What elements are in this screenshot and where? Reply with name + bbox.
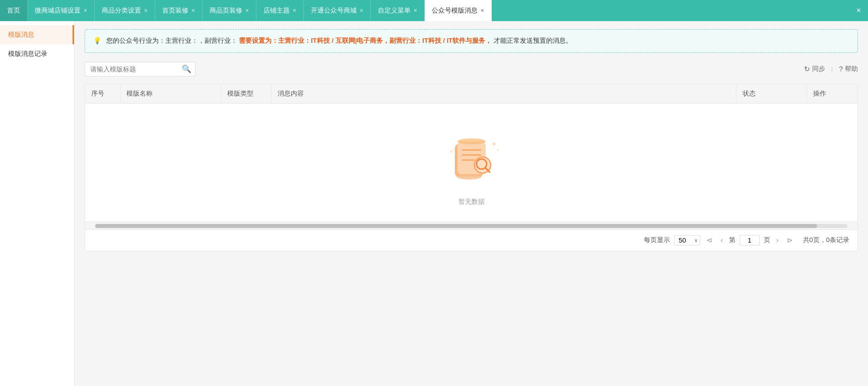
col-header-seq: 序号	[85, 84, 120, 103]
tab-home[interactable]: 首页	[0, 0, 28, 21]
notice-text-prefix: 您的公众号行业为：主营行业：，副营行业：	[106, 37, 237, 44]
page-size-label: 每页显示	[644, 236, 670, 245]
col-header-type: 模版类型	[221, 84, 272, 103]
search-button[interactable]: 🔍	[182, 64, 191, 73]
divider: |	[831, 65, 833, 73]
col-header-status: 状态	[737, 84, 807, 103]
tab-open-mall-close[interactable]: ×	[360, 8, 363, 14]
sidebar-item-template-msg-log[interactable]: 模版消息记录	[0, 44, 74, 63]
tab-category-setting[interactable]: 商品分类设置 ×	[95, 0, 155, 21]
scrollbar-thumb[interactable]	[95, 224, 817, 228]
col-header-name: 模版名称	[120, 84, 221, 103]
help-label: 帮助	[845, 64, 858, 73]
search-input[interactable]	[85, 62, 195, 76]
sidebar-item-template-msg[interactable]: 模版消息	[0, 25, 74, 44]
tab-product-decor[interactable]: 商品页装修 ×	[203, 0, 256, 21]
page-next-button[interactable]: ›	[774, 235, 781, 245]
svg-point-11	[450, 150, 452, 152]
page-number-input[interactable]	[740, 235, 760, 246]
sidebar-item-template-msg-log-label: 模版消息记录	[8, 50, 47, 57]
tab-product-decor-label: 商品页装修	[210, 6, 242, 15]
tab-open-mall-label: 开通公众号商城	[311, 6, 357, 15]
page-prev-button[interactable]: ‹	[718, 235, 725, 245]
scrollbar-track	[95, 224, 847, 228]
tab-store-setting[interactable]: 微商城店铺设置 ×	[28, 0, 95, 21]
sync-button[interactable]: ↻ 同步	[804, 64, 825, 73]
help-button[interactable]: ? 帮助	[839, 64, 858, 73]
search-bar: 🔍 ↻ 同步 | ? 帮助	[85, 62, 858, 76]
svg-point-9	[493, 142, 496, 145]
tab-store-theme[interactable]: 店铺主题 ×	[256, 0, 304, 21]
notice-icon: 💡	[93, 37, 101, 44]
sync-label: 同步	[812, 64, 825, 73]
tab-home-decor[interactable]: 首页装修 ×	[155, 0, 203, 21]
global-close-button[interactable]: ×	[849, 0, 868, 21]
page-size-select[interactable]: 50 10 20 100	[674, 235, 700, 246]
search-left: 🔍	[85, 62, 195, 76]
page-total-info: 共0页，0条记录	[803, 236, 849, 245]
tab-category-setting-close[interactable]: ×	[144, 8, 148, 14]
pagination: 每页显示 50 10 20 100 ⊲ ‹ 第 页 › ⊳ 共0页，0条记录	[85, 229, 857, 251]
notice-box: 💡 您的公众号行业为：主营行业：，副营行业： 需要设置为：主营行业：IT科技 /…	[85, 29, 858, 53]
svg-point-10	[497, 149, 499, 151]
tab-store-theme-label: 店铺主题	[263, 6, 290, 15]
tab-store-setting-label: 微商城店铺设置	[35, 6, 81, 15]
help-icon: ?	[839, 65, 843, 73]
content-area: 💡 您的公众号行业为：主营行业：，副营行业： 需要设置为：主营行业：IT科技 /…	[75, 21, 868, 386]
search-right: ↻ 同步 | ? 帮助	[804, 64, 858, 73]
tab-home-decor-close[interactable]: ×	[191, 8, 195, 14]
notice-text-highlight: 需要设置为：主营行业：IT科技 / 互联网|电子商务，副营行业：IT科技 / I…	[239, 37, 492, 44]
tab-open-mall[interactable]: 开通公众号商城 ×	[304, 0, 371, 21]
page-label-after: 页	[764, 236, 770, 245]
main-layout: 模版消息 模版消息记录 💡 您的公众号行业为：主营行业：，副营行业： 需要设置为…	[0, 21, 868, 386]
page-first-button[interactable]: ⊲	[704, 235, 714, 245]
tab-custom-menu-label: 自定义菜单	[378, 6, 411, 15]
sidebar: 模版消息 模版消息记录	[0, 21, 75, 386]
data-table: 序号 模版名称 模版类型 消息内容 状态 操作	[85, 84, 858, 251]
tab-home-label: 首页	[7, 6, 20, 15]
tab-home-decor-label: 首页装修	[162, 6, 188, 15]
svg-point-12	[457, 138, 486, 144]
notice-text-suffix: 才能正常发送预置的消息。	[494, 37, 572, 44]
table-header: 序号 模版名称 模版类型 消息内容 状态 操作	[85, 84, 857, 104]
page-last-button[interactable]: ⊳	[785, 235, 795, 245]
empty-text: 暂无数据	[458, 197, 485, 206]
page-size-wrap: 50 10 20 100	[674, 235, 700, 246]
sync-icon: ↻	[804, 65, 810, 73]
tab-template-msg-close[interactable]: ×	[481, 8, 484, 14]
tab-product-decor-close[interactable]: ×	[245, 8, 249, 14]
tab-template-msg-label: 公众号模版消息	[432, 6, 478, 15]
col-header-action: 操作	[807, 84, 857, 103]
search-input-wrap: 🔍	[85, 62, 195, 76]
tab-bar: 首页 微商城店铺设置 × 商品分类设置 × 首页装修 × 商品页装修 × 店铺主…	[0, 0, 868, 21]
empty-illustration	[441, 124, 502, 189]
tab-store-setting-close[interactable]: ×	[84, 8, 87, 14]
horizontal-scrollbar[interactable]	[85, 221, 857, 229]
page-label-before: 第	[729, 236, 736, 245]
sidebar-item-template-msg-label: 模版消息	[8, 31, 34, 38]
tab-store-theme-close[interactable]: ×	[293, 8, 296, 14]
tab-custom-menu[interactable]: 自定义菜单 ×	[371, 0, 425, 21]
empty-state: 暂无数据	[85, 104, 857, 221]
svg-point-13	[456, 174, 482, 180]
tab-custom-menu-close[interactable]: ×	[414, 8, 417, 14]
col-header-content: 消息内容	[272, 84, 737, 103]
tab-template-msg[interactable]: 公众号模版消息 ×	[425, 0, 492, 21]
tab-category-setting-label: 商品分类设置	[102, 6, 141, 15]
